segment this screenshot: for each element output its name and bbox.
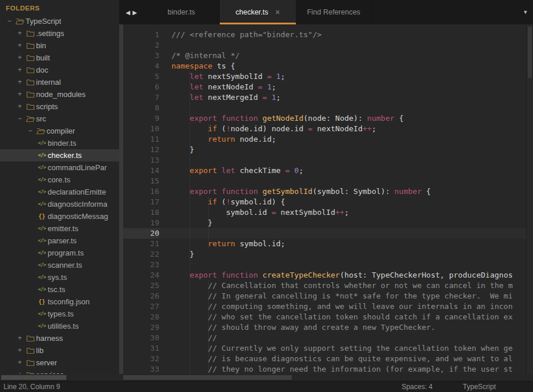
tree-item-settings[interactable]: +.settings <box>0 27 119 39</box>
tree-item-program-ts[interactable]: </>program.ts <box>0 247 119 259</box>
tree-item-tsc-ts[interactable]: </>tsc.ts <box>0 283 119 296</box>
code-line-5[interactable]: 5 let nextSymbolId = 1; <box>123 71 526 82</box>
folder-name: internal <box>36 76 61 88</box>
tree-item-declarationemitte[interactable]: </>declarationEmitte <box>0 186 119 198</box>
tab-close-icon[interactable]: × <box>276 8 280 16</box>
tree-item-server[interactable]: +server <box>0 357 119 369</box>
code-line-32[interactable]: 32 // is because diagnostics can be quit… <box>123 354 526 364</box>
sidebar-hscrollbar-handle[interactable] <box>1 375 66 380</box>
indent-setting[interactable]: Spaces: 4 <box>402 383 432 391</box>
tree-item-bin[interactable]: +bin <box>0 39 119 52</box>
code-line-4[interactable]: 4namespace ts { <box>123 61 526 71</box>
expand-icon[interactable]: + <box>15 76 24 88</box>
tree-item-core-ts[interactable]: </>core.ts <box>0 174 119 186</box>
expand-icon[interactable]: + <box>15 344 24 357</box>
tree-item-typescript[interactable]: −TypeScript <box>0 15 119 27</box>
tab-overflow-icon[interactable]: ▼ <box>520 0 531 24</box>
expand-icon[interactable]: + <box>15 52 24 64</box>
tree-item-lib[interactable]: +lib <box>0 344 119 357</box>
code-line-7[interactable]: 7 let nextMergeId = 1; <box>123 92 526 103</box>
code-editor[interactable]: 1/// <reference path="binder.ts"/>23/* @… <box>123 24 533 374</box>
tree-item-node-modules[interactable]: +node_modules <box>0 88 119 100</box>
tab-binder-ts[interactable]: binder.ts <box>144 0 220 24</box>
expand-icon[interactable]: + <box>15 27 24 39</box>
code-line-11[interactable]: 11 return node.id; <box>123 134 526 145</box>
tree-item-emitter-ts[interactable]: </>emitter.ts <box>0 222 119 235</box>
code-line-15[interactable]: 15 <box>123 176 526 186</box>
collapse-icon[interactable]: − <box>26 125 35 137</box>
expand-icon[interactable]: + <box>15 88 24 100</box>
tree-item-checker-ts[interactable]: </>checker.ts <box>0 149 119 161</box>
code-line-33[interactable]: 33 // they no longer need the informatio… <box>123 364 526 374</box>
tree-item-scripts[interactable]: +scripts <box>0 100 119 113</box>
line-number: 12 <box>123 145 159 155</box>
code-line-21[interactable]: 21 return symbol.id; <box>123 239 526 249</box>
expand-icon[interactable]: + <box>15 357 24 369</box>
code-line-25[interactable]: 25 // Cancellation that controls whether… <box>123 280 526 291</box>
vertical-scrollbar[interactable] <box>526 24 533 374</box>
tree-item-scanner-ts[interactable]: </>scanner.ts <box>0 259 119 271</box>
code-line-10[interactable]: 10 if (!node.id) node.id = nextNodeId++; <box>123 124 526 134</box>
tree-item-tsconfig-json[interactable]: {}tsconfig.json <box>0 296 119 308</box>
code-line-3[interactable]: 3/* @internal */ <box>123 51 526 61</box>
tree-item-compiler[interactable]: −compiler <box>0 125 119 137</box>
code-line-14[interactable]: 14 export let checkTime = 0; <box>123 166 526 176</box>
code-line-23[interactable]: 23 <box>123 260 526 270</box>
line-content: export let checkTime = 0; <box>171 166 303 175</box>
code-line-1[interactable]: 1/// <reference path="binder.ts"/> <box>123 30 526 40</box>
code-line-26[interactable]: 26 // In general cancelling is *not* saf… <box>123 291 526 301</box>
tree-item-internal[interactable]: +internal <box>0 76 119 88</box>
tab-find-references[interactable]: Find References <box>296 0 372 24</box>
tab-checker-ts[interactable]: checker.ts× <box>220 0 296 24</box>
code-line-22[interactable]: 22 } <box>123 249 526 260</box>
tree-item-services[interactable]: +services <box>0 369 119 374</box>
ts-file-icon: </> <box>36 259 48 271</box>
code-line-31[interactable]: 31 // Currently we only support setting … <box>123 343 526 354</box>
code-line-6[interactable]: 6 let nextNodeId = 1; <box>123 82 526 92</box>
code-line-12[interactable]: 12 } <box>123 145 526 155</box>
code-line-27[interactable]: 27 // computing something, and we will l… <box>123 301 526 312</box>
code-line-13[interactable]: 13 <box>123 155 526 166</box>
code-line-17[interactable]: 17 if (!symbol.id) { <box>123 197 526 207</box>
line-number: 2 <box>123 40 159 51</box>
code-line-20[interactable]: 20 <box>123 228 526 239</box>
code-line-16[interactable]: 16 export function getSymbolId(symbol: S… <box>123 186 526 197</box>
tree-item-src[interactable]: −src <box>0 113 119 125</box>
expand-icon[interactable]: + <box>15 64 24 76</box>
tab-back-icon[interactable]: ◀ <box>126 9 130 16</box>
code-line-24[interactable]: 24 export function createTypeChecker(hos… <box>123 270 526 280</box>
tree-item-utilities-ts[interactable]: </>utilities.ts <box>0 320 119 332</box>
tree-item-diagnosticinforma[interactable]: </>diagnosticInforma <box>0 198 119 210</box>
collapse-icon[interactable]: − <box>5 15 14 27</box>
pane-divider[interactable] <box>119 24 123 374</box>
code-line-9[interactable]: 9 export function getNodeId(node: Node):… <box>123 113 526 124</box>
tree-item-doc[interactable]: +doc <box>0 64 119 76</box>
code-line-19[interactable]: 19 } <box>123 218 526 228</box>
code-line-8[interactable]: 8 <box>123 103 526 113</box>
tree-item-commandlinepar[interactable]: </>commandLinePar <box>0 161 119 174</box>
expand-icon[interactable]: + <box>15 369 24 374</box>
editor-hscrollbar-handle[interactable] <box>123 375 292 380</box>
tree-item-diagnosticmessag[interactable]: {}diagnosticMessag <box>0 210 119 222</box>
tree-item-types-ts[interactable]: </>types.ts <box>0 308 119 320</box>
expand-icon[interactable]: + <box>15 39 24 52</box>
tree-item-parser-ts[interactable]: </>parser.ts <box>0 235 119 247</box>
tree-item-sys-ts[interactable]: </>sys.ts <box>0 271 119 283</box>
line-content: return symbol.id; <box>171 239 285 248</box>
tree-item-binder-ts[interactable]: </>binder.ts <box>0 137 119 149</box>
code-line-18[interactable]: 18 symbol.id = nextSymbolId++; <box>123 207 526 218</box>
tree-item-harness[interactable]: +harness <box>0 332 119 344</box>
vertical-scrollbar-handle[interactable] <box>528 27 532 78</box>
line-content: if (!node.id) node.id = nextNodeId++; <box>171 124 376 133</box>
code-line-30[interactable]: 30 // <box>123 333 526 343</box>
tab-forward-icon[interactable]: ▶ <box>133 9 137 16</box>
collapse-icon[interactable]: − <box>15 113 24 125</box>
code-line-29[interactable]: 29 // should throw away and create a new… <box>123 322 526 333</box>
code-line-2[interactable]: 2 <box>123 40 526 51</box>
folder-icon <box>24 66 36 74</box>
tree-item-built[interactable]: +built <box>0 52 119 64</box>
expand-icon[interactable]: + <box>15 332 24 344</box>
code-line-28[interactable]: 28 // who set the cancellation token sho… <box>123 312 526 322</box>
syntax-setting[interactable]: TypeScript <box>463 383 496 391</box>
expand-icon[interactable]: + <box>15 100 24 113</box>
